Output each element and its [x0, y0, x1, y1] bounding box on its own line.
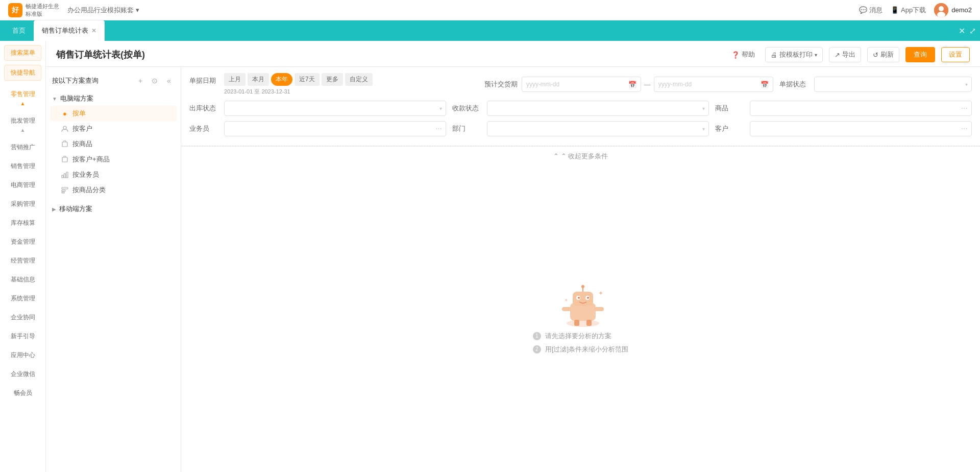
page-header-actions: ❓ 帮助 🖨 按模板打印 ▾ ↗ 导出 ↺ 刷新 查询 设置 — [727, 47, 970, 62]
tree-desktop-group: ▼ 电脑端方案 ● 按单 按客户 — [46, 91, 181, 198]
template-print-btn[interactable]: 🖨 按模板打印 ▾ — [765, 47, 823, 62]
tree-mobile-group: ▶ 移动端方案 — [46, 202, 181, 216]
empty-hint-1: 1 请先选择要分析的方案 — [533, 329, 628, 343]
refresh-btn[interactable]: ↺ 刷新 — [867, 47, 899, 62]
tree-item-by-goods[interactable]: 按商品 — [50, 136, 177, 152]
tree-item-by-customer[interactable]: 按客户 — [50, 121, 177, 136]
date-preset-last-month[interactable]: 上月 — [224, 73, 246, 86]
svg-rect-10 — [62, 190, 65, 192]
tree-item-by-customer-goods[interactable]: 按客户+商品 — [50, 152, 177, 167]
sidebar-item-enterprise[interactable]: 企业协同 — [0, 308, 45, 327]
tree-item-by-order[interactable]: ● 按单 — [50, 106, 177, 121]
refresh-icon: ↺ — [873, 51, 878, 59]
svg-rect-5 — [62, 157, 67, 162]
filter-row-3: 业务员 ··· 部门 ▾ — [189, 121, 972, 136]
date-preset-this-year[interactable]: 本年 — [271, 73, 292, 86]
shortcut-nav-btn[interactable]: 快捷导航 — [4, 65, 41, 81]
sidebar-item-finance[interactable]: 资金管理 — [0, 232, 45, 251]
top-bar-right: 💬 消息 📱 App下载 demo2 — [859, 3, 972, 17]
app-download-btn[interactable]: 📱 App下载 — [891, 6, 926, 15]
goods-input[interactable] — [750, 101, 972, 116]
svg-text:✦: ✦ — [564, 297, 568, 303]
sidebar-item-operations[interactable]: 经营管理 — [0, 251, 45, 270]
sidebar-item-inventory[interactable]: 库存核算 — [0, 214, 45, 232]
message-btn[interactable]: 💬 消息 — [859, 6, 883, 15]
salesperson-dots-icon[interactable]: ··· — [435, 124, 442, 133]
sidebar-item-newuser[interactable]: 新手引导 — [0, 327, 45, 346]
sidebar-basics-label: 基础信息 — [11, 275, 35, 284]
date-end-input[interactable]: yyyy-mm-dd 📅 — [654, 77, 773, 92]
window-maximize-icon[interactable]: ⤢ — [969, 26, 976, 36]
search-menu-btn[interactable]: 搜索菜单 — [4, 45, 41, 61]
filter-panel-title: 按以下方案查询 — [52, 76, 99, 85]
date-preset-custom[interactable]: 自定义 — [345, 73, 373, 86]
date-label: 单据日期 — [189, 73, 220, 85]
tree-item-category-icon — [60, 185, 69, 195]
workspace-arrow-icon: ▾ — [136, 6, 139, 14]
salesperson-input[interactable] — [224, 121, 446, 136]
sidebar-item-wholesale[interactable]: 批发管理 ▲ — [0, 111, 45, 138]
settings-scheme-icon[interactable]: ⊙ — [149, 75, 160, 86]
top-bar: 好 畅捷通好生意 标准版 办公用品行业模拟账套 ▾ 💬 消息 📱 App下载 — [0, 0, 980, 20]
tree-desktop-title[interactable]: ▼ 电脑端方案 — [50, 91, 177, 106]
user-info[interactable]: demo2 — [934, 3, 972, 17]
svg-rect-14 — [573, 292, 593, 306]
settings-button[interactable]: 设置 — [941, 47, 970, 62]
help-btn[interactable]: ❓ 帮助 — [727, 48, 759, 61]
sidebar-item-member[interactable]: 畅会员 — [0, 384, 45, 403]
sidebar-item-weixin[interactable]: 企业微信 — [0, 365, 45, 384]
customer-input[interactable] — [750, 121, 972, 136]
window-close-icon[interactable]: ✕ — [959, 26, 965, 36]
sidebar-item-sales[interactable]: 销售管理 — [0, 157, 45, 176]
message-icon: 💬 — [859, 6, 867, 14]
logo-area: 好 畅捷通好生意 标准版 — [8, 3, 59, 17]
tab-home[interactable]: 首页 — [4, 20, 34, 41]
date-preset-7days[interactable]: 近7天 — [295, 73, 320, 86]
shipment-select-input[interactable] — [224, 101, 446, 116]
tree-item-customer-icon — [60, 124, 69, 133]
date-start-input[interactable]: yyyy-mm-dd 📅 — [522, 77, 641, 92]
sidebar-item-appcenter[interactable]: 应用中心 — [0, 346, 45, 365]
collapse-more-bar[interactable]: ⌃ ⌃ 收起更多条件 — [181, 146, 980, 166]
query-button[interactable]: 查询 — [905, 47, 935, 62]
department-select: ▾ — [487, 121, 709, 136]
status-label: 单据状态 — [779, 80, 810, 89]
expected-date-label: 预计交货期 — [484, 80, 518, 89]
svg-rect-21 — [562, 307, 571, 311]
tree-mobile-title[interactable]: ▶ 移动端方案 — [50, 202, 177, 216]
filter-form: 单据日期 上月 本月 本年 近7天 更多 自定义 20 — [181, 67, 980, 146]
sidebar-item-basics[interactable]: 基础信息 — [0, 270, 45, 289]
date-preset-more[interactable]: 更多 — [322, 73, 343, 86]
svg-point-12 — [567, 320, 599, 327]
goods-dots-icon[interactable]: ··· — [961, 104, 968, 113]
department-select-input[interactable] — [487, 121, 709, 136]
sidebar-member-label: 畅会员 — [14, 389, 32, 397]
sidebar-item-marketing[interactable]: 营销推广 — [0, 138, 45, 157]
date-preset-this-month[interactable]: 本月 — [248, 73, 269, 86]
customer-dots-icon[interactable]: ··· — [961, 124, 968, 133]
svg-rect-4 — [62, 142, 67, 147]
svg-rect-22 — [595, 307, 604, 311]
print-icon: 🖨 — [771, 51, 777, 59]
collapse-panel-icon[interactable]: « — [163, 75, 175, 86]
results-area: ✦ ✦ 1 请先选择要分析的方案 2 用[过滤]条件来缩小分析范围 — [181, 166, 980, 472]
sidebar-item-ecommerce[interactable]: 电商管理 — [0, 176, 45, 195]
add-scheme-icon[interactable]: + — [135, 75, 146, 86]
tree-item-by-category[interactable]: 按商品分类 — [50, 182, 177, 198]
sidebar-operations-label: 经营管理 — [11, 256, 35, 265]
status-select-input[interactable] — [814, 77, 972, 92]
shipment-select: ▾ — [224, 101, 446, 116]
export-btn[interactable]: ↗ 导出 — [829, 47, 861, 62]
sidebar-item-system[interactable]: 系统管理 — [0, 289, 45, 308]
logo-icon: 好 — [8, 3, 22, 17]
tab-close-icon[interactable]: ✕ — [91, 27, 96, 34]
collection-select-input[interactable] — [487, 101, 709, 116]
wholesale-arrow-icon: ▲ — [20, 127, 26, 133]
tree-item-by-salesperson[interactable]: 按业务员 — [50, 167, 177, 182]
sidebar-item-purchase[interactable]: 采购管理 — [0, 195, 45, 214]
date-preset-buttons: 上月 本月 本年 近7天 更多 自定义 — [224, 73, 373, 86]
workspace-selector[interactable]: 办公用品行业模拟账套 ▾ — [63, 4, 143, 17]
sidebar-item-retail[interactable]: 零售管理 ▲ — [0, 85, 45, 111]
collection-label: 收款状态 — [452, 104, 483, 113]
tab-sales-stats[interactable]: 销售订单统计表 ✕ — [34, 20, 105, 41]
